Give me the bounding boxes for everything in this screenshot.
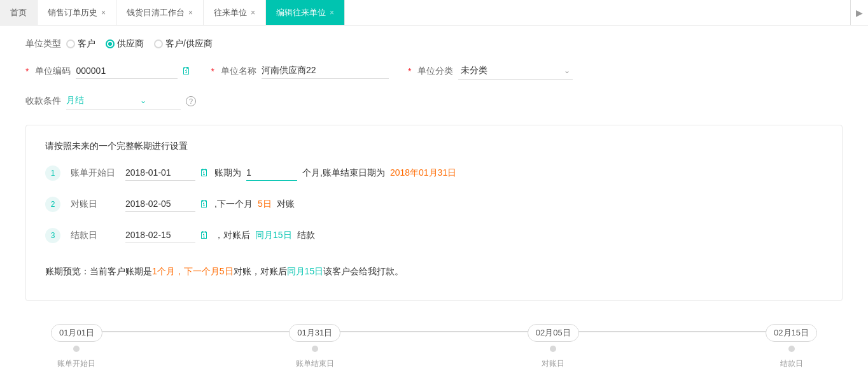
timeline-node-2-date: 01月31日: [289, 324, 340, 342]
step-1-period-input[interactable]: [246, 165, 297, 181]
payment-terms-row: 收款条件 月结 ⌄ ?: [25, 92, 843, 109]
preview-text: 账期预览：当前客户账期是1个月，下一个月5日对账，对账后同月15日该客户会给我打…: [45, 258, 823, 285]
step-1-date-wrap: 🗓: [125, 165, 209, 181]
unit-category-required: *: [408, 66, 411, 76]
radio-customer[interactable]: 客户: [66, 38, 95, 50]
unit-code-input[interactable]: [76, 63, 178, 79]
tab-home-label: 首页: [10, 7, 27, 18]
tab-edit-label: 编辑往来单位: [276, 7, 326, 18]
card-instruction: 请按照未来的一个完整帐期进行设置: [45, 141, 823, 152]
unit-code-required: *: [25, 66, 29, 76]
unit-category-select[interactable]: 未分类 ⌄: [458, 62, 573, 80]
payment-terms-select[interactable]: 月结 ⌄: [66, 92, 181, 109]
radio-customer-label: 客户: [78, 38, 95, 50]
timeline-node-4-dot: [788, 346, 795, 352]
unit-category-arrow: ⌄: [564, 66, 570, 75]
tab-bar: 首页 销售订单历史 × 钱货日清工作台 × 往来单位 × 编辑往来单位 × ▶: [0, 0, 868, 25]
step-2-row: 2 对账日 🗓 ,下一个月5日 对账: [45, 196, 823, 212]
step-2-calendar[interactable]: 🗓: [199, 199, 209, 210]
tab-arrow[interactable]: ▶: [850, 0, 868, 25]
tab-partners-close[interactable]: ×: [251, 8, 255, 17]
step-3-suffix: 结款: [297, 230, 315, 241]
preview-payment: 同月15日: [287, 266, 324, 276]
step-2-num: 2: [45, 197, 60, 212]
timeline-node-4-label: 结款日: [780, 358, 803, 369]
unit-name-input[interactable]: [262, 63, 389, 79]
step-1-label: 账单开始日: [71, 167, 115, 179]
step-2-label: 对账日: [71, 199, 115, 210]
step-2-highlight: 5日: [258, 199, 272, 210]
step-1-content: 🗓 账期为 个月,账单结束日期为 2018年01月31日: [125, 165, 456, 181]
preview-period: 1个月，: [152, 266, 184, 276]
tab-home[interactable]: 首页: [0, 0, 38, 25]
help-icon[interactable]: ?: [186, 96, 196, 106]
tab-sales-history[interactable]: 销售订单历史 ×: [38, 0, 116, 25]
timeline-node-3-date: 02月05日: [528, 324, 579, 342]
step-1-row: 1 账单开始日 🗓 账期为 个月,账单结束日期为 2018年01月31日: [45, 165, 823, 181]
step-2-prefix: ,下一个月: [214, 199, 253, 210]
unit-name-required: *: [211, 66, 214, 76]
tab-cash-work[interactable]: 钱货日清工作台 ×: [116, 0, 204, 25]
settings-card: 请按照未来的一个完整帐期进行设置 1 账单开始日 🗓 账期为 个月,账单结束日期…: [25, 125, 843, 301]
timeline-node-3-label: 对账日: [542, 358, 564, 369]
preview-mid: 对账，对账后: [234, 266, 287, 276]
timeline-node-4: 02月15日 结款日: [766, 324, 817, 369]
unit-code-input-wrap: 🗓: [76, 63, 192, 79]
step-3-row: 3 结款日 🗓 ，对账后 同月15日 结款: [45, 227, 823, 243]
step-3-calendar[interactable]: 🗓: [199, 230, 209, 241]
radio-supplier[interactable]: 供应商: [106, 38, 144, 50]
unit-type-row: 单位类型 客户 供应商 客户/供应商: [25, 38, 843, 50]
unit-code-label: 单位编码: [35, 66, 71, 77]
unit-type-label: 单位类型: [25, 38, 61, 50]
unit-name-label: 单位名称: [221, 66, 256, 77]
timeline-node-3: 02月05日 对账日: [528, 324, 579, 369]
radio-supplier-label: 供应商: [117, 38, 144, 50]
tab-partners[interactable]: 往来单位 ×: [204, 0, 266, 25]
timeline-node-1-date: 01月01日: [51, 324, 102, 342]
step-1-suffix: 个月,账单结束日期为: [302, 167, 385, 179]
payment-terms-label: 收款条件: [25, 95, 61, 107]
preview-reconcile: 下一个月5日: [184, 266, 234, 276]
main-content: 单位类型 客户 供应商 客户/供应商 * 单位编码: [0, 25, 868, 387]
tab-cash-close[interactable]: ×: [188, 8, 193, 17]
preview-label: 账期预览：当前客户账期是: [45, 266, 152, 276]
tab-edit-partner[interactable]: 编辑往来单位 ×: [266, 0, 345, 25]
payment-terms-group: 收款条件 月结 ⌄ ?: [25, 92, 196, 109]
unit-code-icon[interactable]: 🗓: [181, 66, 192, 77]
radio-both-circle: [154, 39, 163, 48]
timeline-node-2-dot: [312, 346, 318, 352]
timeline-node-2-label: 账单结束日: [296, 358, 334, 369]
timeline-node-2: 01月31日 账单结束日: [289, 324, 340, 369]
step-2-suffix: 对账: [277, 199, 295, 210]
step-1-calendar[interactable]: 🗓: [199, 167, 209, 179]
radio-both[interactable]: 客户/供应商: [154, 38, 213, 50]
step-3-date-input[interactable]: [125, 227, 195, 243]
payment-terms-arrow: ⌄: [140, 96, 146, 105]
step-2-content: 🗓 ,下一个月5日 对账: [125, 196, 295, 212]
timeline-node-1: 01月01日 账单开始日: [51, 324, 102, 369]
tab-cash-label: 钱货日清工作台: [127, 7, 185, 18]
timeline-node-1-dot: [73, 346, 80, 352]
payment-terms-value: 月结: [66, 95, 84, 106]
timeline: 01月01日 账单开始日 01月31日 账单结束日 02月05日 对账日 02月…: [25, 311, 843, 382]
tab-edit-close[interactable]: ×: [330, 8, 334, 17]
step-2-date-input[interactable]: [125, 196, 195, 212]
step-3-prefix: ，对账后: [214, 230, 250, 241]
timeline-nodes: 01月01日 账单开始日 01月31日 账单结束日 02月05日 对账日 02月…: [51, 324, 817, 369]
unit-info-row: * 单位编码 🗓 * 单位名称 * 单位分类 未分类 ⌄: [25, 62, 843, 80]
tab-sales-close[interactable]: ×: [101, 8, 106, 17]
radio-customer-circle: [66, 39, 75, 48]
step-3-highlight: 同月15日: [255, 230, 292, 241]
step-3-num: 3: [45, 228, 60, 243]
unit-category-group: * 单位分类 未分类 ⌄: [408, 62, 573, 80]
unit-name-group: * 单位名称: [211, 63, 388, 79]
unit-category-label: 单位分类: [417, 66, 453, 77]
tab-sales-label: 销售订单历史: [48, 7, 97, 18]
step-1-date-input[interactable]: [125, 165, 195, 181]
step-2-date-wrap: 🗓: [125, 196, 209, 212]
step-3-label: 结款日: [71, 230, 115, 241]
radio-supplier-circle: [106, 39, 115, 48]
unit-category-value: 未分类: [461, 65, 487, 76]
step-3-content: 🗓 ，对账后 同月15日 结款: [125, 227, 315, 243]
radio-both-label: 客户/供应商: [165, 38, 213, 50]
